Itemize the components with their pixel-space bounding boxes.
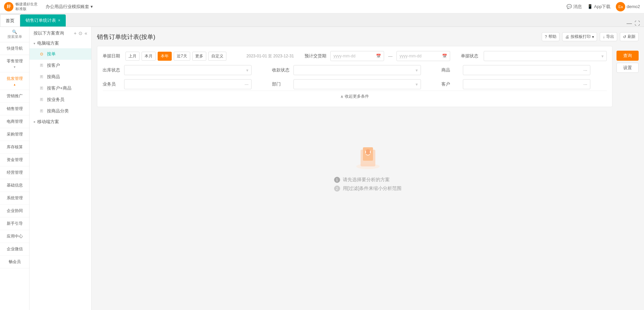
scheme-icon-customer: 图 — [39, 63, 44, 68]
refresh-button[interactable]: ↺ 刷新 — [620, 32, 639, 41]
maximize-icon[interactable]: ⛶ — [635, 20, 640, 27]
collapse-panel-icon[interactable]: « — [85, 31, 87, 36]
page-title-row: 销售订单统计表(按单) ? 帮助 🖨 按模板打印 ▾ ↓ 导出 — [97, 32, 639, 41]
filter-cell-out-status: 出库状态 ▾ — [103, 65, 268, 75]
expected-date-from[interactable]: yyyy-mm-dd 📅 — [330, 51, 384, 61]
sidebar-item-marketing[interactable]: 营销推广 — [0, 90, 29, 103]
product-select[interactable]: ··· — [463, 65, 590, 75]
sidebar-item-newbie[interactable]: 新手引导 — [0, 217, 29, 230]
chevron-icon: ▴ — [14, 83, 15, 86]
chevron-down-icon: ▾ — [91, 4, 93, 9]
scheme-section-mobile: ▾ 移动端方案 — [30, 117, 91, 127]
scheme-section-header-mobile[interactable]: ▾ 移动端方案 — [30, 117, 91, 127]
sidebar-item-basic[interactable]: 基础信息 — [0, 179, 29, 192]
sidebar-item-corp[interactable]: 企业协同 — [0, 205, 29, 217]
date-btn-custom[interactable]: 自定义 — [208, 52, 226, 61]
scheme-item-by-order[interactable]: ⊙ 按单 — [30, 48, 91, 60]
search-button[interactable]: 查询 — [616, 51, 639, 61]
empty-illustration — [351, 138, 385, 171]
scheme-icon-category: 图 — [39, 108, 44, 114]
scheme-icon-order: ⊙ — [39, 51, 44, 57]
out-status-select[interactable]: ▾ — [124, 65, 252, 75]
salesman-more-icon[interactable]: ··· — [245, 82, 249, 87]
settings-button[interactable]: 设置 — [616, 63, 639, 73]
date-group: 上月 本月 本年 近7天 更多 自定义 — [125, 52, 243, 61]
scheme-section-header-desktop[interactable]: ▾ 电脑端方案 — [30, 38, 91, 48]
help-button[interactable]: ? 帮助 — [542, 32, 559, 41]
collapse-row: ∧ 收起更多条件 — [103, 91, 607, 102]
out-status-chevron-icon: ▾ — [246, 68, 249, 73]
date-btn-more[interactable]: 更多 — [192, 52, 206, 61]
sidebar-item-system[interactable]: 系统管理 — [0, 192, 29, 205]
minimize-icon[interactable]: — — [627, 20, 632, 27]
date-btn-7days[interactable]: 近7天 — [174, 52, 190, 61]
filter-row-date: 单据日期 上月 本月 本年 近7天 更多 自定义 2023-01-01 至 20… — [103, 51, 607, 61]
scheme-item-by-salesman[interactable]: 图 按业务员 — [30, 94, 91, 105]
sidebar-item-sales[interactable]: 销售管理 — [0, 103, 29, 115]
collapse-button[interactable]: ∧ 收起更多条件 — [340, 94, 369, 99]
customer-more-icon[interactable]: ··· — [583, 82, 587, 87]
edit-scheme-icon[interactable]: ⊙ — [78, 31, 83, 36]
tab-close-icon[interactable]: × — [58, 18, 60, 23]
add-scheme-icon[interactable]: + — [74, 31, 76, 36]
salesman-select[interactable]: ··· — [124, 79, 252, 89]
logo-area: 好 畅捷通好生意 标准版 — [4, 2, 38, 11]
sidebar-item-inventory[interactable]: 库存核算 — [0, 141, 29, 154]
filter-cell-customer: 客户 ··· — [441, 79, 607, 89]
print-chevron-icon: ▾ — [592, 35, 594, 39]
topbar-left: 好 畅捷通好生意 标准版 办公用品行业模拟账套 ▾ — [4, 2, 93, 11]
filter-row-people: 业务员 ··· 部门 ▾ — [103, 79, 607, 89]
chevron-icon: ▾ — [14, 65, 15, 69]
sidebar-search[interactable]: 🔍 搜索菜单 — [0, 27, 29, 42]
sidebar-item-wechat[interactable]: 企业微信 — [0, 243, 29, 256]
app-selector[interactable]: 办公用品行业模拟账套 ▾ — [46, 4, 93, 10]
dept-select[interactable]: ▾ — [293, 79, 421, 89]
main-panel: 销售订单统计表(按单) ? 帮助 🖨 按模板打印 ▾ ↓ 导出 — [92, 27, 644, 310]
filter-card: 单据日期 上月 本月 本年 近7天 更多 自定义 2023-01-01 至 20… — [97, 46, 612, 107]
topbar: 好 畅捷通好生意 标准版 办公用品行业模拟账套 ▾ 💬 消息 📱 App下载 E… — [0, 0, 644, 13]
tab-home[interactable]: 首页 — [0, 14, 20, 27]
scheme-item-by-customer[interactable]: 图 按客户 — [30, 60, 91, 71]
sidebar-item-app-center[interactable]: 应用中心 — [0, 230, 29, 243]
page-title: 销售订单统计表(按单) — [97, 33, 155, 41]
scheme-section-desktop: ▾ 电脑端方案 ⊙ 按单 图 按客户 图 按商品 图 按客户+商品 — [30, 38, 91, 117]
date-btn-this-month[interactable]: 本月 — [142, 52, 156, 61]
sidebar-item-finance[interactable]: 资金管理 — [0, 154, 29, 166]
product-more-icon[interactable]: ··· — [583, 67, 587, 73]
sidebar-item-operations[interactable]: 经营管理 — [0, 166, 29, 179]
app-download-button[interactable]: 📱 App下载 — [587, 4, 610, 10]
scheme-expand-arrow: ▾ — [34, 42, 35, 45]
tab-sales-order[interactable]: 销售订单统计表 × — [20, 14, 66, 27]
calendar-icon-2: 📅 — [442, 54, 447, 58]
scheme-icon-cust-prod: 图 — [39, 86, 44, 91]
topbar-right: 💬 消息 📱 App下载 Ea demo2 — [567, 2, 640, 11]
content-area: 按以下方案查询 + ⊙ « ▾ 电脑端方案 ⊙ 按单 图 按客户 — [30, 27, 644, 310]
scheme-item-by-customer-product[interactable]: 图 按客户+商品 — [30, 83, 91, 94]
sidebar-quick-nav[interactable]: 快捷导航 — [0, 42, 29, 55]
print-button[interactable]: 🖨 按模板打印 ▾ — [562, 32, 597, 41]
scheme-expand-arrow-mobile: ▾ — [33, 121, 36, 123]
receipt-status-select[interactable]: ▾ — [293, 65, 421, 75]
sidebar-item-retail[interactable]: 零售管理 ▾ — [0, 55, 29, 72]
left-panel: 按以下方案查询 + ⊙ « ▾ 电脑端方案 ⊙ 按单 图 按客户 — [30, 27, 92, 310]
date-btn-last-month[interactable]: 上月 — [125, 52, 140, 61]
sidebar-item-membership[interactable]: 畅会员 — [0, 256, 29, 268]
sidebar-item-wholesale[interactable]: 批发管理 ▴ — [0, 72, 29, 90]
export-button[interactable]: ↓ 导出 — [600, 32, 617, 41]
calendar-icon: 📅 — [376, 54, 381, 58]
message-button[interactable]: 💬 消息 — [567, 4, 582, 10]
customer-select[interactable]: ··· — [463, 79, 590, 89]
scheme-item-by-product[interactable]: 图 按商品 — [30, 71, 91, 83]
date-btn-this-year[interactable]: 本年 — [158, 52, 172, 61]
filter-cell-dept: 部门 ▾ — [272, 79, 437, 89]
filter-cell-salesman: 业务员 ··· — [103, 79, 268, 89]
user-menu[interactable]: Ea demo2 — [616, 2, 640, 11]
sidebar-item-ecommerce[interactable]: 电商管理 — [0, 115, 29, 128]
scheme-item-by-category[interactable]: 图 按商品分类 — [30, 105, 91, 117]
export-icon: ↓ — [603, 35, 605, 39]
expected-date-to[interactable]: yyyy-mm-dd 📅 — [396, 51, 450, 61]
filter-row-status: 出库状态 ▾ 收款状态 ▾ — [103, 65, 607, 75]
status-select[interactable]: ▾ — [484, 51, 607, 61]
filter-side: 查询 设置 — [612, 46, 639, 111]
sidebar-item-purchase[interactable]: 采购管理 — [0, 128, 29, 141]
